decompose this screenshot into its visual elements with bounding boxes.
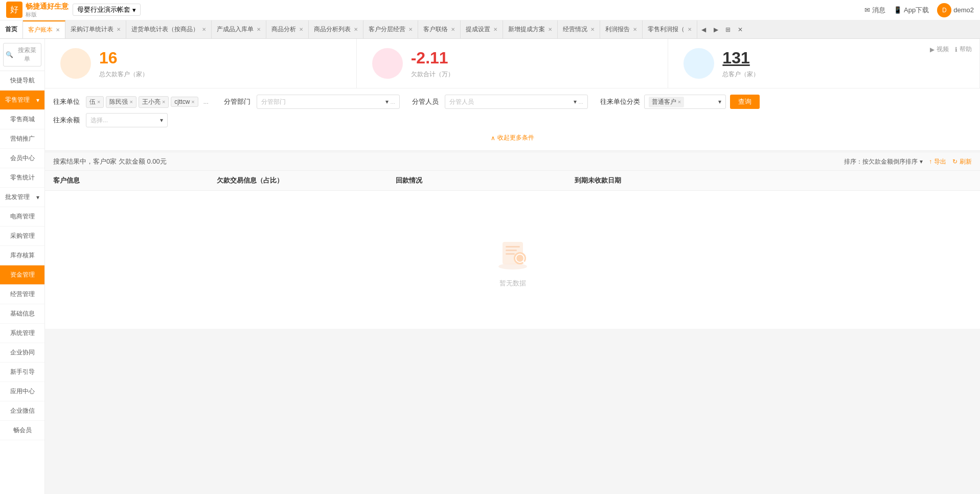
sidebar-item-system[interactable]: 系统管理	[0, 324, 44, 343]
filter-dept-select[interactable]: 分管部门 ▾ ...	[257, 95, 400, 109]
tab-close-icon[interactable]: ✕	[257, 27, 261, 32]
tag-close-icon[interactable]: ×	[678, 99, 681, 105]
tag-close-icon[interactable]: ×	[191, 99, 194, 105]
filter-category-select[interactable]: 普通客户 × ▾	[644, 95, 726, 109]
sidebar-item-business-mgmt[interactable]: 经营管理	[0, 285, 44, 304]
tab-close-icon[interactable]: ✕	[493, 27, 497, 32]
video-btn[interactable]: ▶ 视频	[930, 45, 949, 54]
stats-bar: 16 总欠款客户（家） ¥ -2.11 欠款合计（万） 131	[45, 39, 980, 88]
tab-customer-contact[interactable]: 客户联络 ✕	[418, 20, 461, 39]
sidebar-item-enterprise-collab[interactable]: 企业协同	[0, 343, 44, 363]
sidebar-item-retail-mgmt[interactable]: 零售管理 ▾	[0, 91, 44, 110]
sidebar-item-app-center[interactable]: 应用中心	[0, 382, 44, 401]
stat-label-1: 总欠款客户（家）	[99, 70, 341, 79]
tab-business-status[interactable]: 经营情况 ✕	[558, 20, 600, 39]
user-menu[interactable]: D demo2	[937, 3, 974, 17]
filter-tag-common-customer[interactable]: 普通客户 ×	[649, 97, 684, 107]
sidebar-item-wholesale-mgmt[interactable]: 批发管理 ▾	[0, 188, 44, 207]
sidebar-item-member-center[interactable]: 会员中心	[0, 149, 44, 168]
download-icon: 📱	[894, 6, 902, 14]
tab-close-icon[interactable]: ✕	[202, 27, 206, 32]
filter-person-select[interactable]: 分管人员 ▾ ...	[445, 95, 588, 109]
tab-close-icon[interactable]: ✕	[56, 27, 60, 33]
chevron-down-icon: ▾	[920, 158, 923, 165]
stat-value-1: 16	[99, 48, 341, 68]
tag-close-icon[interactable]: ×	[97, 99, 100, 105]
tab-new-commission[interactable]: 新增提成方案 ✕	[503, 20, 558, 39]
query-btn[interactable]: 查询	[730, 95, 760, 109]
filter-tag-wu[interactable]: 伍 ×	[86, 96, 104, 108]
tab-close-icon[interactable]: ✕	[117, 27, 121, 32]
filter-tag-more[interactable]: ...	[200, 97, 212, 106]
message-btn[interactable]: ✉ 消息	[864, 6, 885, 15]
sidebar-item-marketing[interactable]: 营销推广	[0, 129, 44, 149]
tab-close-icon[interactable]: ✕	[408, 27, 413, 32]
sidebar-item-retail-stats[interactable]: 零售统计	[0, 168, 44, 188]
filter-row-1: 往来单位 伍 × 陈民强 × 王小亮 × cjttcw	[53, 95, 972, 109]
filter-balance-select[interactable]: 选择... ▾	[86, 113, 168, 127]
tab-profit-report[interactable]: 利润报告 ✕	[600, 20, 643, 39]
tag-close-icon[interactable]: ×	[162, 99, 165, 105]
stat-debt-total: ¥ -2.11 欠款合计（万）	[357, 39, 669, 88]
sidebar-item-purchase[interactable]: 采购管理	[0, 227, 44, 246]
tab-close-icon[interactable]: ✕	[354, 27, 358, 32]
search-icon: 🔍	[6, 51, 13, 58]
tab-home[interactable]: 首页	[0, 20, 23, 39]
tab-close-icon[interactable]: ✕	[633, 27, 637, 32]
tab-product-analysis-list[interactable]: 商品分析列表 ✕	[309, 20, 363, 39]
sidebar-item-inventory[interactable]: 库存核算	[0, 246, 44, 265]
sidebar-item-chang-member[interactable]: 畅会员	[0, 421, 44, 440]
filter-tags-unit: 伍 × 陈民强 × 王小亮 × cjttcw × ...	[86, 96, 212, 108]
tab-purchase-order[interactable]: 采购订单统计表 ✕	[65, 20, 126, 39]
tab-inbound-stats[interactable]: 进货单统计表（按商品） ✕	[126, 20, 212, 39]
tab-customer-tier[interactable]: 客户分层经营 ✕	[363, 20, 418, 39]
stat-value-2: -2.11	[411, 48, 653, 68]
result-bar: 搜索结果中，客户0家 欠款金额 0.00元 排序：按欠款金额倒序排序 ▾ ↑ 导…	[45, 153, 980, 171]
tab-close-icon[interactable]: ✕	[590, 27, 595, 32]
tab-prev-btn[interactable]: ◀	[697, 20, 710, 39]
tab-close-icon[interactable]: ✕	[548, 27, 552, 32]
tab-close-icon[interactable]: ✕	[299, 27, 303, 32]
collapse-filter-btn[interactable]: ∧ 收起更多条件	[485, 131, 540, 144]
filter-label-dept: 分管部门	[224, 97, 253, 106]
tab-close-icon[interactable]: ✕	[688, 27, 692, 32]
stat-info-1: 16 总欠款客户（家）	[99, 48, 341, 78]
filter-tag-wang[interactable]: 王小亮 ×	[139, 96, 169, 108]
refresh-btn[interactable]: ↻ 刷新	[952, 158, 972, 166]
message-icon: ✉	[864, 6, 870, 14]
sidebar-item-basic-info[interactable]: 基础信息	[0, 304, 44, 324]
stat-label-2: 欠款合计（万）	[411, 70, 653, 79]
sidebar-item-retail-mall[interactable]: 零售商城	[0, 110, 44, 129]
help-btn[interactable]: ℹ 帮助	[955, 45, 972, 54]
export-btn[interactable]: ↑ 导出	[929, 158, 946, 166]
tab-commission-settings[interactable]: 提成设置 ✕	[461, 20, 503, 39]
sort-dropdown[interactable]: 排序：按欠款金额倒序排序 ▾	[844, 158, 923, 166]
tab-close-icon[interactable]: ✕	[451, 27, 455, 32]
tab-close-all-btn[interactable]: ✕	[734, 20, 746, 39]
tab-product-analysis[interactable]: 商品分析 ✕	[266, 20, 309, 39]
chevron-down-icon: ▾	[574, 98, 577, 105]
app-download-btn[interactable]: 📱 App下载	[894, 6, 929, 15]
industry-dropdown[interactable]: 母婴行业演示帐套 ▾	[73, 4, 141, 16]
sidebar-item-ecommerce[interactable]: 电商管理	[0, 207, 44, 227]
tab-next-btn[interactable]: ▶	[710, 20, 722, 39]
filter-row-2: 往来余额 选择... ▾	[53, 113, 972, 127]
sidebar-item-enterprise-wechat[interactable]: 企业微信	[0, 401, 44, 421]
tab-product-inbound[interactable]: 产成品入库单 ✕	[212, 20, 266, 39]
tab-expand-btn[interactable]: ⊞	[722, 20, 734, 39]
sidebar-item-beginner-guide[interactable]: 新手引导	[0, 363, 44, 382]
tab-retail-profit[interactable]: 零售利润报（ ✕	[643, 20, 697, 39]
svg-rect-12	[506, 250, 517, 251]
svg-point-1	[69, 66, 83, 73]
tab-customer-ledger[interactable]: 客户账本 ✕	[23, 20, 65, 39]
search-menu-btn[interactable]: 🔍 搜索菜单	[3, 43, 41, 66]
filter-tag-chen[interactable]: 陈民强 ×	[106, 96, 136, 108]
filter-tag-cjttcw[interactable]: cjttcw ×	[171, 97, 198, 107]
sidebar-item-capital-mgmt[interactable]: 资金管理	[0, 265, 44, 285]
filter-label-unit: 往来单位	[53, 97, 82, 106]
data-table: 客户信息 欠款交易信息（占比） 回款情况 到期未收款日期 暂无数据	[45, 171, 980, 329]
tag-close-icon[interactable]: ×	[129, 99, 132, 105]
empty-label: 暂无数据	[499, 279, 526, 288]
sidebar-item-quick-nav[interactable]: 快捷导航	[0, 71, 44, 91]
svg-rect-8	[700, 66, 703, 70]
